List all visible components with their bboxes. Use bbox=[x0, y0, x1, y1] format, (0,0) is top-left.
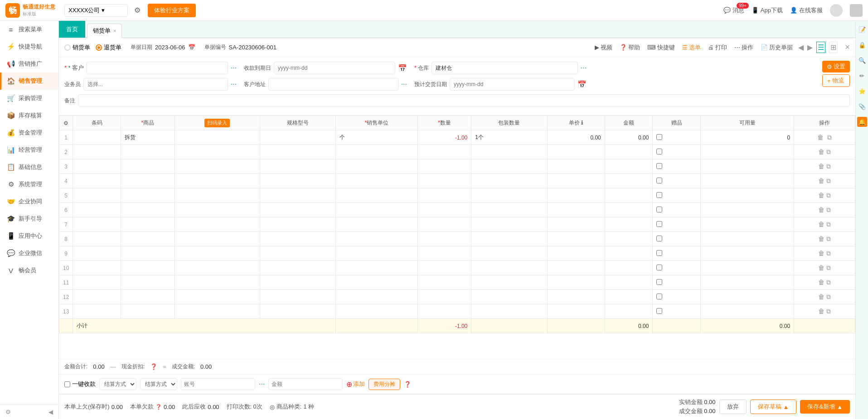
row-price[interactable]: 0.00 bbox=[547, 130, 605, 145]
delete-row-btn[interactable]: 🗑 bbox=[817, 264, 825, 271]
row-amount[interactable]: 0.00 bbox=[605, 130, 653, 145]
gift-checkbox[interactable] bbox=[656, 221, 662, 227]
row-spec[interactable] bbox=[260, 130, 335, 145]
payment-method-select[interactable]: 结算方式 bbox=[99, 378, 136, 390]
th-config[interactable]: ⚙ bbox=[59, 116, 73, 130]
delete-row-btn[interactable]: 🗑 bbox=[817, 148, 825, 155]
copy-row-btn[interactable]: ⧉ bbox=[825, 293, 832, 301]
copy-row-btn[interactable]: ⧉ bbox=[826, 134, 833, 141]
right-tool-edit[interactable]: ✏ bbox=[857, 71, 867, 81]
gift-checkbox[interactable] bbox=[656, 250, 662, 256]
sidebar-collapse-btn[interactable]: ◀ bbox=[48, 409, 53, 415]
toolbar-help[interactable]: ❓ 帮助 bbox=[618, 43, 642, 53]
toolbar-print[interactable]: 🖨 打印 bbox=[706, 43, 729, 53]
account-input[interactable] bbox=[181, 378, 255, 390]
copy-row-btn[interactable]: ⧉ bbox=[825, 148, 832, 156]
sidebar-item-purchase[interactable]: 🛒 采购管理 bbox=[0, 90, 58, 107]
amount-input[interactable] bbox=[268, 378, 343, 390]
account-dots-icon[interactable]: ··· bbox=[259, 380, 265, 388]
copy-row-btn[interactable]: ⧉ bbox=[825, 235, 832, 243]
delete-row-btn[interactable]: 🗑 bbox=[817, 293, 825, 300]
payment-due-calendar-icon[interactable]: 📅 bbox=[398, 64, 407, 72]
delete-row-btn[interactable]: 🗑 bbox=[817, 206, 825, 213]
trial-button[interactable]: 体验行业方案 bbox=[148, 4, 196, 17]
form-close-btn[interactable]: × bbox=[845, 43, 850, 52]
warehouse-input[interactable]: 建材仓 bbox=[432, 62, 577, 74]
copy-row-btn[interactable]: ⧉ bbox=[825, 264, 832, 272]
salesperson-input[interactable] bbox=[83, 78, 228, 91]
customer-dots-icon[interactable]: ··· bbox=[231, 64, 237, 72]
toolbar-video[interactable]: ▶ 视频 bbox=[593, 43, 614, 53]
right-tool-notify[interactable]: 🔔 bbox=[857, 117, 867, 127]
settings-btn[interactable]: ⚙ 设置 bbox=[822, 61, 850, 72]
delete-row-btn[interactable]: 🗑 bbox=[817, 163, 825, 170]
nav-prev-icon[interactable]: ◀ bbox=[798, 43, 804, 52]
online-service-btn[interactable]: 👤 在线客服 bbox=[790, 6, 823, 14]
delete-row-btn[interactable]: 🗑 bbox=[817, 177, 825, 184]
gift-checkbox[interactable] bbox=[656, 149, 662, 154]
save-draft-btn[interactable]: 保存草稿 ▲ bbox=[750, 400, 797, 414]
gift-checkbox[interactable] bbox=[656, 236, 662, 241]
sidebar-settings-btn[interactable]: ⚙ bbox=[5, 409, 11, 415]
right-tool-attach[interactable]: 📎 bbox=[857, 101, 867, 111]
toolbar-history[interactable]: 📄 历史单据 bbox=[759, 43, 795, 53]
expense-help-icon[interactable]: ❓ bbox=[404, 381, 411, 388]
right-tool-lock[interactable]: 🔒 bbox=[857, 40, 867, 50]
save-new-btn[interactable]: 保存&新增 ▲ bbox=[800, 400, 850, 414]
one-click-pay-check[interactable]: 一键收款 bbox=[64, 380, 96, 388]
expected-date-calendar-icon[interactable]: 📅 bbox=[577, 80, 587, 89]
gift-checkbox[interactable] bbox=[656, 163, 662, 169]
row-pkgqty[interactable]: 1个 bbox=[471, 130, 547, 145]
row-unit[interactable]: 个 bbox=[336, 130, 417, 145]
gift-checkbox[interactable] bbox=[656, 192, 662, 198]
sidebar-item-baseinfo[interactable]: 📋 基础信息 bbox=[0, 159, 58, 176]
toolbar-shortcut[interactable]: ⌨ 快捷键 bbox=[645, 43, 677, 53]
payment-due-input[interactable] bbox=[274, 62, 395, 74]
delete-row-btn[interactable]: 🗑 bbox=[817, 235, 825, 242]
one-click-checkbox[interactable] bbox=[64, 381, 70, 387]
sidebar-item-member[interactable]: V 畅会员 bbox=[0, 262, 58, 279]
settings-icon[interactable]: ⚙ bbox=[131, 4, 144, 17]
delete-row-btn[interactable]: 🗑 bbox=[817, 250, 825, 257]
company-selector[interactable]: XXXXX公司 ▾ bbox=[64, 4, 128, 17]
expense-split-btn[interactable]: 费用分摊 bbox=[369, 379, 400, 390]
date-calendar-icon[interactable]: 📅 bbox=[188, 44, 195, 51]
copy-row-btn[interactable]: ⧉ bbox=[825, 308, 832, 315]
settlement-method-select[interactable]: 结算方式 bbox=[140, 378, 177, 390]
customer-addr-dots-icon[interactable]: ··· bbox=[401, 80, 407, 88]
toolbar-select[interactable]: ☰ 选单 bbox=[680, 43, 703, 53]
deficit-info-icon[interactable]: ❓ bbox=[155, 404, 162, 410]
tab-sales-order[interactable]: 销货单 × bbox=[87, 24, 122, 38]
message-btn[interactable]: 💬 消息 99+ bbox=[723, 6, 744, 14]
copy-row-btn[interactable]: ⧉ bbox=[825, 279, 832, 286]
delete-row-btn[interactable]: 🗑 bbox=[817, 221, 825, 228]
sidebar-item-sys[interactable]: ⚙ 系统管理 bbox=[0, 176, 58, 193]
right-tool-star[interactable]: ⭐ bbox=[857, 86, 867, 96]
sidebar-item-appcenter[interactable]: 📱 应用中心 bbox=[0, 227, 58, 245]
copy-row-btn[interactable]: ⧉ bbox=[825, 177, 832, 185]
right-tool-note[interactable]: 📝 bbox=[857, 24, 867, 34]
gift-checkbox[interactable] bbox=[656, 134, 662, 140]
warehouse-dots-icon[interactable]: ··· bbox=[581, 64, 587, 72]
expected-date-input[interactable] bbox=[450, 78, 575, 91]
sidebar-item-search[interactable]: ≡ 搜索菜单 bbox=[0, 21, 58, 38]
customer-input[interactable] bbox=[87, 62, 228, 74]
sidebar-item-enterprise[interactable]: 🤝 企业协同 bbox=[0, 193, 58, 210]
view-grid-icon[interactable]: ⊞ bbox=[829, 42, 838, 53]
delete-row-btn[interactable]: 🗑 bbox=[817, 308, 825, 315]
view-list-icon[interactable]: ☰ bbox=[816, 42, 825, 53]
right-tool-search[interactable]: 🔍 bbox=[857, 55, 867, 65]
row-gift[interactable] bbox=[653, 130, 701, 145]
logistics-btn[interactable]: + 物流 bbox=[822, 74, 850, 87]
tab-home[interactable]: 首页 bbox=[59, 21, 85, 38]
nav-next-icon[interactable]: ▶ bbox=[807, 43, 813, 52]
scan-btn[interactable]: 扫码录入 bbox=[204, 119, 230, 127]
sidebar-item-wechat[interactable]: 💬 企业微信 bbox=[0, 245, 58, 262]
sidebar-item-inventory[interactable]: 📦 库存核算 bbox=[0, 107, 58, 124]
gift-checkbox[interactable] bbox=[656, 207, 662, 212]
sidebar-item-quicknav[interactable]: ⚡ 快捷导航 bbox=[0, 38, 58, 55]
gift-checkbox[interactable] bbox=[656, 265, 662, 270]
delete-row-btn[interactable]: 🗑 bbox=[816, 134, 824, 141]
sidebar-item-sales[interactable]: 🏠 销售管理 bbox=[0, 72, 58, 90]
app-download-btn[interactable]: 📱 App下载 bbox=[752, 6, 783, 14]
